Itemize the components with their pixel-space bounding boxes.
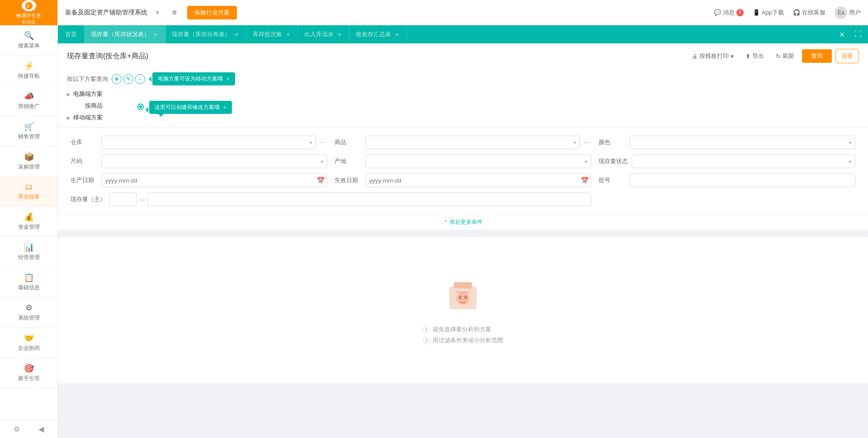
print-label: 按模板打印 <box>699 52 729 60</box>
tab-inventory-status-close[interactable]: ✕ <box>152 31 159 38</box>
add-scheme-icon[interactable]: + <box>112 74 122 84</box>
setup-btn[interactable]: 设置 <box>835 49 859 63</box>
sidebar-item-search-menu[interactable]: 🔍 搜索菜单 <box>0 25 57 56</box>
header-left: 装备及固定资产辅助管理系统 ▾ ⚙ 体验行业方案 <box>65 5 237 20</box>
header-gear-icon[interactable]: ⚙ <box>167 5 182 20</box>
tooltip1-close[interactable]: × <box>226 76 230 82</box>
goods-label: 商品 <box>335 138 362 146</box>
form-item-goods: 商品 ▾ ··· <box>331 133 595 152</box>
sidebar-item-guide[interactable]: 🎯 新手引导 <box>0 358 57 388</box>
sidebar-item-inventory[interactable]: 🗂 库存核算 <box>0 177 57 207</box>
arrow-scheme-icon[interactable]: ← <box>135 74 145 84</box>
expire-date-label: 失效日期 <box>335 176 362 184</box>
sidebar-item-label: 库存核算 <box>18 193 40 201</box>
scheme-sub-goods[interactable]: 按商品 <box>76 100 144 112</box>
tab-in-out-flow[interactable]: 出入库流水 ✕ <box>298 25 349 43</box>
message-action[interactable]: 💬 消息 6 <box>714 9 744 17</box>
tab-inventory-dist[interactable]: 现存量（库存分布表） ✕ <box>165 25 246 43</box>
tooltip2-text: 这里可以创建和修改方案哦 <box>155 104 220 111</box>
batch-no-input[interactable] <box>629 174 855 187</box>
size-select[interactable]: ▾ <box>101 155 327 168</box>
warehouse-dots-icon[interactable]: ··· <box>318 138 327 146</box>
empty-tip2-text: 用过滤条件来缩小分析范围 <box>433 336 503 344</box>
tooltip2-close[interactable]: × <box>223 104 226 111</box>
expire-date-input[interactable] <box>365 174 591 187</box>
system-dropdown-btn[interactable]: ▾ <box>153 8 162 17</box>
goods-select[interactable]: ▾ <box>365 136 580 149</box>
page-title: 现存量查询(按仓库+商品) <box>67 52 148 61</box>
inventory-max-input[interactable] <box>148 193 591 206</box>
user-label: 用户 <box>849 9 861 17</box>
chevron-up-icon: ⌃ <box>443 219 448 226</box>
sidebar-item-basic-info[interactable]: 📋 基础信息 <box>0 267 57 297</box>
empty-tip-1: 1 请先选择要分析的方案 <box>423 325 503 334</box>
sidebar-item-system[interactable]: ⚙ 系统管理 <box>0 297 57 328</box>
goods-dots-icon[interactable]: ··· <box>582 138 591 146</box>
refresh-btn[interactable]: ↻ 刷新 <box>772 50 798 62</box>
tip-num-1: 1 <box>423 326 430 333</box>
sidebar-item-operations[interactable]: 📊 经营管理 <box>0 237 57 267</box>
sidebar-item-finance[interactable]: 💰 资金管理 <box>0 207 57 237</box>
prod-date-label: 生产日期 <box>71 176 98 184</box>
tab-in-out-flow-close[interactable]: ✕ <box>336 31 343 38</box>
export-icon: ⬆ <box>745 53 750 60</box>
origin-select[interactable]: ▾ <box>365 155 591 168</box>
sidebar-item-marketing[interactable]: 📣 营销推广 <box>0 86 57 116</box>
operations-icon: 📊 <box>24 242 34 252</box>
mobile-arrow-icon: ▶ <box>67 115 71 120</box>
filter-top-row: 按以下方案查询 + ✎ ← 电脑方案可设为移动方案哦 × <box>67 69 859 85</box>
tab-batch-ledger[interactable]: 库存批次账 ✕ <box>246 25 298 43</box>
form-item-batch-no: 批号 <box>595 171 859 190</box>
goods-chevron-icon: ▾ <box>574 140 576 145</box>
tab-batch-ledger-close[interactable]: ✕ <box>285 31 291 38</box>
message-label: 消息 <box>723 9 735 17</box>
export-btn[interactable]: ⬆ 导出 <box>741 50 768 62</box>
page-body: 现存量查询(按仓库+商品) 🖨 按模板打印 ▾ ⬆ 导出 ↻ 刷新 <box>58 43 868 438</box>
print-icon: 🖨 <box>692 53 698 60</box>
print-btn[interactable]: 🖨 按模板打印 ▾ <box>688 50 738 62</box>
sidebar-item-label: 系统管理 <box>18 314 40 322</box>
edit-scheme-icon[interactable]: ✎ <box>123 74 133 84</box>
svg-point-5 <box>459 296 462 299</box>
prod-date-input[interactable] <box>101 174 327 187</box>
collapse-sidebar-icon[interactable]: ◀ <box>38 425 44 433</box>
tab-collection-summary[interactable]: 收发存汇总表 ✕ <box>349 25 407 43</box>
scheme-desktop[interactable]: ▶ 电脑端方案 <box>67 88 144 100</box>
prod-date-calendar-icon: 📅 <box>317 177 325 184</box>
refresh-label: 刷新 <box>783 52 794 60</box>
tab-home[interactable]: 首页 <box>58 25 85 43</box>
online-support-action[interactable]: 🎧 在线客服 <box>793 9 826 17</box>
sidebar-item-label: 营销推广 <box>18 103 40 110</box>
enterprise-icon: 🤝 <box>24 333 34 343</box>
tab-home-label: 首页 <box>65 30 77 38</box>
stock-status-select[interactable]: ▾ <box>632 155 855 168</box>
origin-label: 产地 <box>335 157 362 165</box>
query-btn[interactable]: 查询 <box>802 49 832 63</box>
settings-footer-icon[interactable]: ⚙ <box>14 425 20 433</box>
collapse-bar[interactable]: ⌃ 收起更多条件 <box>58 214 868 230</box>
inventory-min-input[interactable] <box>109 193 137 206</box>
tooltip2: 这里可以创建和修改方案哦 × <box>149 101 232 114</box>
sidebar-item-purchase[interactable]: 📦 采购管理 <box>0 146 57 177</box>
form-item-prod-date: 生产日期 📅 <box>67 171 331 190</box>
scheme-area: ▶ 电脑端方案 按商品 ▶ 移动端方案 <box>67 85 859 127</box>
header-right: 💬 消息 6 📱 App下载 🎧 在线客服 Ea 用户 <box>714 6 861 19</box>
user-action[interactable]: Ea 用户 <box>835 6 861 19</box>
warehouse-select[interactable]: ▾ <box>101 136 316 149</box>
page-actions: 🖨 按模板打印 ▾ ⬆ 导出 ↻ 刷新 查询 设置 <box>688 49 859 63</box>
close-all-tabs-icon[interactable]: ✕ <box>835 28 848 41</box>
color-select[interactable]: ▾ <box>629 136 855 149</box>
page-title-row: 现存量查询(按仓库+商品) 🖨 按模板打印 ▾ ⬆ 导出 ↻ 刷新 <box>67 49 859 63</box>
tab-collection-summary-close[interactable]: ✕ <box>394 31 400 38</box>
tab-inventory-status[interactable]: 现存量（库存状况表） ✕ <box>85 25 165 43</box>
expand-tab-icon[interactable]: ⛶ <box>852 28 864 41</box>
app-download-action[interactable]: 📱 App下载 <box>753 9 784 17</box>
industry-btn[interactable]: 体验行业方案 <box>187 6 237 19</box>
empty-tip-2: 2 用过滤条件来缩小分析范围 <box>423 336 503 344</box>
tab-inventory-dist-close[interactable]: ✕ <box>233 31 240 38</box>
sidebar-item-sales[interactable]: 🛒 销售管理 <box>0 116 57 146</box>
sidebar-item-quick-nav[interactable]: ⚡ 快捷导航 <box>0 56 57 86</box>
scheme-mobile[interactable]: ▶ 移动端方案 <box>67 112 144 123</box>
sidebar-item-label: 新手引导 <box>18 375 40 382</box>
sidebar-item-enterprise[interactable]: 🤝 企业协同 <box>0 328 57 358</box>
